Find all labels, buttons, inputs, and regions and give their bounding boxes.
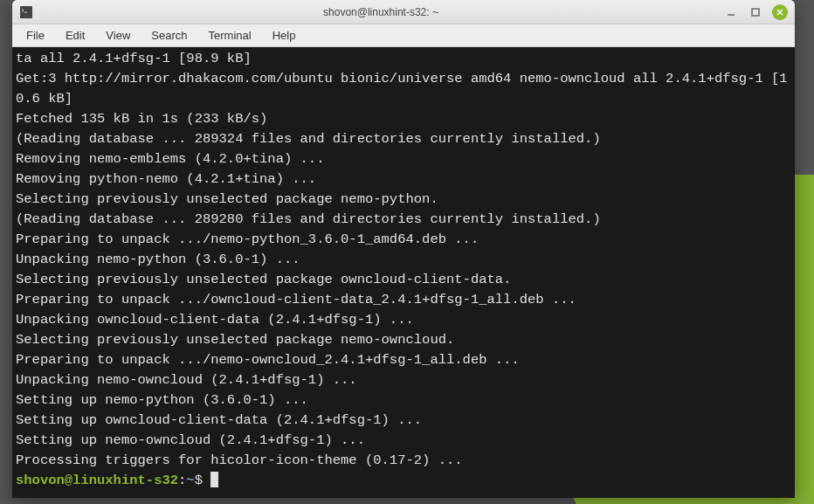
menu-file[interactable]: File — [16, 26, 55, 45]
maximize-button[interactable] — [748, 4, 763, 20]
prompt-user-host: shovon@linuxhint-s32 — [16, 473, 178, 488]
terminal-line: Preparing to unpack .../nemo-python_3.6.… — [16, 231, 479, 247]
terminal-line: Removing python-nemo (4.2.1+tina) ... — [16, 171, 316, 187]
menubar: File Edit View Search Terminal Help — [12, 24, 795, 47]
terminal-line: Setting up owncloud-client-data (2.4.1+d… — [16, 412, 422, 428]
terminal-window: shovon@linuxhint-s32: ~ File Edit View S… — [12, 0, 795, 498]
menu-help[interactable]: Help — [262, 26, 307, 45]
prompt-separator: : — [178, 473, 186, 488]
terminal-line: (Reading database ... 289280 files and d… — [16, 211, 601, 227]
terminal-line: Preparing to unpack .../nemo-owncloud_2.… — [16, 352, 520, 368]
terminal-line: Get:3 http://mirror.dhakacom.com/ubuntu … — [16, 71, 788, 107]
terminal-output[interactable]: ta all 2.4.1+dfsg-1 [98.9 kB] Get:3 http… — [12, 47, 795, 498]
terminal-line: Selecting previously unselected package … — [16, 272, 511, 287]
terminal-line: Setting up nemo-python (3.6.0-1) ... — [16, 392, 308, 408]
window-controls — [723, 4, 788, 20]
minimize-button[interactable] — [723, 4, 739, 20]
titlebar[interactable]: shovon@linuxhint-s32: ~ — [12, 0, 795, 24]
terminal-line: Fetched 135 kB in 1s (233 kB/s) — [16, 111, 267, 127]
close-button[interactable] — [772, 4, 788, 20]
menu-search[interactable]: Search — [141, 26, 197, 45]
terminal-line: Setting up nemo-owncloud (2.4.1+dfsg-1) … — [16, 432, 365, 448]
terminal-line: (Reading database ... 289324 files and d… — [16, 131, 601, 147]
menu-view[interactable]: View — [95, 26, 141, 45]
terminal-line: ta all 2.4.1+dfsg-1 [98.9 kB] — [16, 51, 252, 66]
cursor — [210, 472, 218, 487]
prompt-path: ~ — [186, 473, 194, 488]
window-title: shovon@linuxhint-s32: ~ — [38, 6, 723, 18]
terminal-line: Selecting previously unselected package … — [16, 332, 454, 348]
terminal-line: Preparing to unpack .../owncloud-client-… — [16, 292, 576, 307]
terminal-line: Removing nemo-emblems (4.2.0+tina) ... — [16, 151, 324, 167]
menu-edit[interactable]: Edit — [55, 26, 95, 45]
terminal-line: Unpacking nemo-owncloud (2.4.1+dfsg-1) .… — [16, 372, 357, 388]
terminal-line: Selecting previously unselected package … — [16, 191, 438, 207]
terminal-app-icon — [19, 5, 33, 19]
svg-rect-3 — [752, 9, 759, 16]
prompt-symbol: $ — [195, 473, 203, 488]
menu-terminal[interactable]: Terminal — [198, 26, 262, 45]
terminal-line: Processing triggers for hicolor-icon-the… — [16, 452, 463, 468]
terminal-line: Unpacking nemo-python (3.6.0-1) ... — [16, 252, 300, 267]
terminal-line: Unpacking owncloud-client-data (2.4.1+df… — [16, 312, 414, 328]
